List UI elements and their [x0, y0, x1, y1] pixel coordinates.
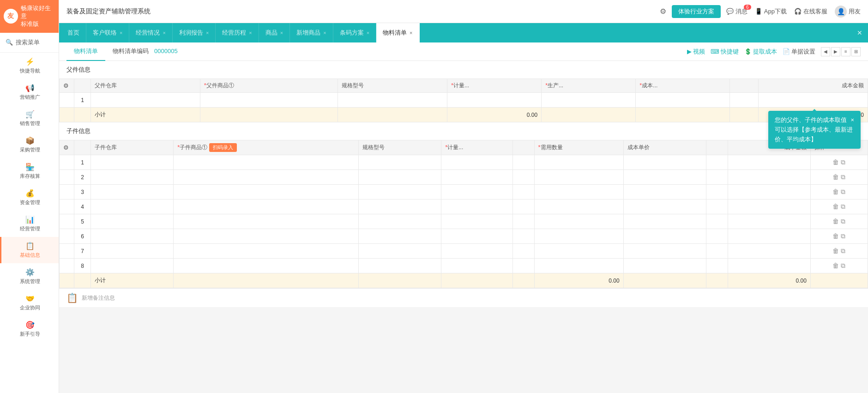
child-row4-product[interactable]	[174, 200, 359, 214]
sidebar-item-quicknav[interactable]: ⚡ 快捷导航	[0, 53, 59, 79]
cost-action[interactable]: 💲 提取成本	[744, 48, 777, 56]
child-row7-qty[interactable]	[534, 244, 623, 259]
sidebar-item-sales[interactable]: 🛒 销售管理	[0, 105, 59, 132]
child-row4-warehouse[interactable]	[91, 200, 174, 214]
child-row4-qty[interactable]	[534, 200, 623, 214]
settings-icon[interactable]: ⚙	[660, 7, 666, 16]
sidebar-item-finance[interactable]: 💰 资金管理	[0, 184, 59, 211]
scan-input-button[interactable]: 扫码录入	[209, 143, 237, 152]
child-row2-unit[interactable]	[441, 170, 513, 185]
tab-barcode[interactable]: 条码方案 ×	[333, 23, 376, 42]
child-row2-product[interactable]	[174, 170, 359, 185]
tab-customer[interactable]: 客户联络 ×	[86, 23, 129, 42]
child-row6-spec[interactable]	[358, 229, 441, 244]
tab-barcode-close[interactable]: ×	[367, 30, 369, 36]
add-row-icon[interactable]: 📋	[66, 292, 78, 303]
parent-row1-spec[interactable]	[338, 93, 447, 108]
child-row8-qty[interactable]	[534, 259, 623, 273]
child-row4-unit[interactable]	[441, 200, 513, 214]
parent-row1-warehouse[interactable]	[91, 93, 200, 108]
tab-bom[interactable]: 物料清单 ×	[376, 23, 419, 42]
child-row7-spec[interactable]	[358, 244, 441, 259]
child-row6-qty[interactable]	[534, 229, 623, 244]
copy-icon-row6[interactable]: ⧉	[841, 232, 845, 240]
child-grid-settings-icon[interactable]: ⚙	[63, 144, 69, 151]
user-button[interactable]: 👤 用友	[835, 6, 861, 18]
child-row5-unit[interactable]	[441, 214, 513, 229]
copy-icon-row7[interactable]: ⧉	[841, 247, 845, 255]
child-row3-unit-cost[interactable]	[623, 185, 706, 200]
child-row5-spec[interactable]	[358, 214, 441, 229]
delete-icon-row1[interactable]: 🗑	[832, 158, 839, 166]
delete-icon-row7[interactable]: 🗑	[832, 247, 839, 255]
sidebar-item-collab[interactable]: 🤝 企业协同	[0, 290, 59, 316]
child-row6-product[interactable]	[174, 229, 359, 244]
child-row1-product[interactable]	[174, 155, 359, 170]
sidebar-item-basicinfo[interactable]: 📋 基础信息	[0, 237, 59, 263]
sidebar-item-guide[interactable]: 🎯 新手引导	[0, 316, 59, 342]
child-row3-qty[interactable]	[534, 185, 623, 200]
child-row5-warehouse[interactable]	[91, 214, 174, 229]
parent-row1-production[interactable]	[542, 93, 636, 108]
child-row8-product[interactable]	[174, 259, 359, 273]
tab-customer-close[interactable]: ×	[120, 30, 122, 36]
tab-nav-menu[interactable]: ≡	[841, 47, 850, 56]
copy-icon-row8[interactable]: ⧉	[841, 262, 845, 270]
child-row1-unit-cost[interactable]	[623, 155, 706, 170]
child-row4-unit-cost[interactable]	[623, 200, 706, 214]
child-row8-unit-cost[interactable]	[623, 259, 706, 273]
copy-icon-row5[interactable]: ⧉	[841, 218, 845, 225]
subtab-bom[interactable]: 物料清单	[66, 42, 105, 61]
child-row5-qty[interactable]	[534, 214, 623, 229]
child-row1-warehouse[interactable]	[91, 155, 174, 170]
shortcut-action[interactable]: ⌨ 快捷键	[711, 48, 739, 56]
child-row8-unit[interactable]	[441, 259, 513, 273]
trial-button[interactable]: 体验行业方案	[672, 5, 721, 18]
view-action[interactable]: ▶ 视频	[687, 48, 705, 56]
subtab-bom-code[interactable]: 物料清单编码 0000005	[105, 42, 185, 61]
search-area[interactable]: 🔍 搜索菜单	[0, 33, 59, 53]
sidebar-item-system[interactable]: ⚙️ 系统管理	[0, 263, 59, 290]
child-row7-unit-cost[interactable]	[623, 244, 706, 259]
child-row7-product[interactable]	[174, 244, 359, 259]
tab-operations-close[interactable]: ×	[163, 30, 165, 36]
delete-icon-row4[interactable]: 🗑	[832, 203, 839, 211]
child-row3-product[interactable]	[174, 185, 359, 200]
online-service-button[interactable]: 🎧 在线客服	[794, 7, 827, 16]
app-download-button[interactable]: 📱 App下载	[755, 7, 787, 16]
tooltip-close-button[interactable]: ×	[850, 115, 854, 125]
parent-row1-product[interactable]	[200, 93, 338, 108]
sidebar-item-inventory[interactable]: 🏪 库存核算	[0, 158, 59, 184]
child-row5-unit-cost[interactable]	[623, 214, 706, 229]
tab-profit-close[interactable]: ×	[206, 30, 209, 36]
tab-nav-grid[interactable]: ⊞	[851, 47, 861, 56]
child-row7-unit[interactable]	[441, 244, 513, 259]
child-row2-unit-cost[interactable]	[623, 170, 706, 185]
copy-icon-row1[interactable]: ⧉	[841, 158, 845, 166]
child-row3-warehouse[interactable]	[91, 185, 174, 200]
delete-icon-row6[interactable]: 🗑	[832, 232, 839, 240]
delete-icon-row8[interactable]: 🗑	[832, 262, 839, 270]
tab-products-close[interactable]: ×	[280, 30, 283, 36]
tab-operations[interactable]: 经营情况 ×	[129, 23, 172, 42]
tab-nav-next[interactable]: ▶	[831, 47, 840, 56]
copy-icon-row2[interactable]: ⧉	[841, 173, 845, 181]
sidebar-item-purchase[interactable]: 📦 采购管理	[0, 132, 59, 158]
tab-history-close[interactable]: ×	[249, 30, 252, 36]
sidebar-item-operations[interactable]: 📊 经营管理	[0, 211, 59, 237]
child-row2-warehouse[interactable]	[91, 170, 174, 185]
child-row2-qty[interactable]	[534, 170, 623, 185]
child-row6-unit-cost[interactable]	[623, 229, 706, 244]
child-row1-qty[interactable]	[534, 155, 623, 170]
search-menu-button[interactable]: 🔍 搜索菜单	[4, 36, 55, 48]
copy-icon-row3[interactable]: ⧉	[841, 188, 845, 196]
add-row-text[interactable]: 新增备注信息	[82, 294, 115, 302]
delete-icon-row5[interactable]: 🗑	[832, 218, 839, 225]
close-all-tabs-button[interactable]: ✕	[853, 29, 866, 36]
delete-icon-row2[interactable]: 🗑	[832, 173, 839, 181]
child-row4-spec[interactable]	[358, 200, 441, 214]
grid-settings-icon[interactable]: ⚙	[63, 82, 69, 89]
child-row6-unit[interactable]	[441, 229, 513, 244]
tab-new-product-close[interactable]: ×	[323, 30, 326, 36]
parent-row1-unit[interactable]	[447, 93, 541, 108]
